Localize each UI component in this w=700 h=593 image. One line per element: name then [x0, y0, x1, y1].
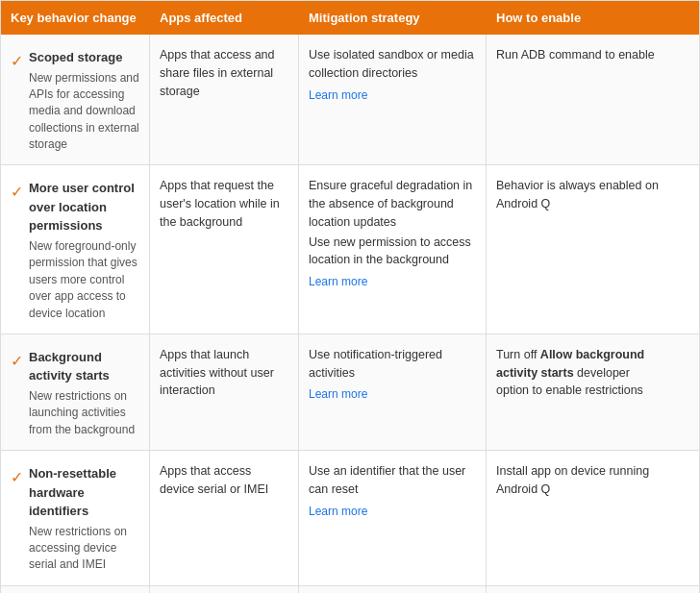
behavior-changes-table: Key behavior change Apps affected Mitiga…	[0, 0, 700, 593]
table-row: ✓ Background activity starts New restric…	[1, 334, 699, 451]
learn-more-link-3[interactable]: Learn more	[309, 385, 367, 403]
cell-apps-1: Apps that access and share files in exte…	[150, 35, 299, 164]
table-row: ✓ More user control over location permis…	[1, 165, 699, 334]
feature-desc-4: New restrictions on accessing device ser…	[29, 524, 139, 574]
cell-behavior-5: ✓ Permission for wireless scanning Acces…	[1, 586, 150, 593]
cell-behavior-3: ✓ Background activity starts New restric…	[1, 334, 150, 450]
mitigation-text-4: Use an identifier that the user can rese…	[309, 462, 476, 499]
cell-content-4: Non-resettable hardware identifiers New …	[29, 464, 139, 574]
header-col-behavior: Key behavior change	[1, 1, 150, 35]
feature-title-1: Scoped storage	[29, 48, 139, 67]
feature-title-3: Background activity starts	[29, 348, 139, 385]
cell-apps-2: Apps that request the user's location wh…	[150, 165, 299, 333]
check-icon: ✓	[11, 466, 23, 489]
cell-apps-4: Apps that access device serial or IMEI	[150, 451, 299, 585]
check-icon: ✓	[11, 50, 23, 73]
cell-mitigation-3: Use notification-triggered activities Le…	[299, 334, 487, 450]
cell-enable-2: Behavior is always enabled on Android Q	[487, 165, 674, 333]
cell-mitigation-5: Request ACCESS_FINE_LOCATION permission …	[299, 586, 487, 593]
mitigation-text-2a: Ensure graceful degradation in the absen…	[309, 177, 476, 231]
table-header: Key behavior change Apps affected Mitiga…	[1, 1, 699, 35]
mitigation-text-2b: Use new permission to access location in…	[309, 234, 476, 270]
header-col-enable: How to enable	[487, 1, 674, 35]
cell-content-2: More user control over location permissi…	[29, 179, 139, 321]
learn-more-link-4[interactable]: Learn more	[309, 503, 367, 520]
cell-enable-5: Target Android Q	[487, 586, 674, 593]
cell-content-3: Background activity starts New restricti…	[29, 348, 139, 438]
feature-desc-2: New foreground-only permission that give…	[29, 238, 139, 322]
cell-enable-1: Run ADB command to enable	[487, 35, 674, 164]
table-row: ✓ Permission for wireless scanning Acces…	[1, 586, 699, 593]
mitigation-text-1: Use isolated sandbox or media collection…	[309, 46, 476, 83]
table-row: ✓ Non-resettable hardware identifiers Ne…	[1, 451, 699, 586]
header-col-mitigation: Mitigation strategy	[299, 1, 487, 35]
check-icon: ✓	[11, 350, 23, 373]
mitigation-text-3: Use notification-triggered activities	[309, 346, 476, 383]
cell-content-1: Scoped storage New permissions and APIs …	[29, 48, 139, 153]
cell-mitigation-4: Use an identifier that the user can rese…	[299, 451, 487, 585]
cell-mitigation-1: Use isolated sandbox or media collection…	[299, 35, 487, 164]
feature-title-2: More user control over location permissi…	[29, 179, 139, 235]
check-icon: ✓	[11, 181, 23, 204]
table-row: ✓ Scoped storage New permissions and API…	[1, 35, 699, 165]
enable-prefix-3: Turn off	[496, 348, 540, 361]
feature-desc-3: New restrictions on launching activities…	[29, 388, 139, 438]
feature-title-4: Non-resettable hardware identifiers	[29, 464, 139, 521]
header-col-apps: Apps affected	[150, 1, 299, 35]
cell-enable-3: Turn off Allow background activity start…	[487, 334, 674, 450]
cell-behavior-4: ✓ Non-resettable hardware identifiers Ne…	[1, 451, 150, 585]
cell-behavior-1: ✓ Scoped storage New permissions and API…	[1, 35, 150, 164]
learn-more-link-2[interactable]: Learn more	[309, 273, 367, 290]
learn-more-link-1[interactable]: Learn more	[309, 86, 367, 104]
cell-behavior-2: ✓ More user control over location permis…	[1, 165, 150, 333]
cell-apps-5: Apps using Wi-Fi and Bluetooth APIs	[150, 586, 299, 593]
feature-desc-1: New permissions and APIs for accessing m…	[29, 70, 139, 154]
cell-enable-4: Install app on device running Android Q	[487, 451, 674, 585]
cell-apps-3: Apps that launch activities without user…	[150, 334, 299, 450]
cell-mitigation-2: Ensure graceful degradation in the absen…	[299, 165, 487, 333]
